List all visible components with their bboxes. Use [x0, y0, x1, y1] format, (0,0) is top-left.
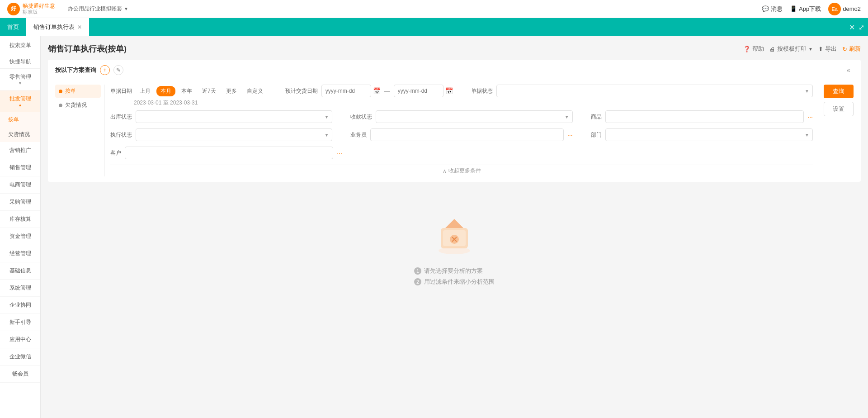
product-select-btn[interactable]: ··· [807, 113, 813, 120]
tip-num-2: 2 [414, 278, 421, 285]
filter-left-nav: 按单 欠货情况 [55, 85, 105, 176]
sidebar-item-label: 销售管理 [9, 164, 31, 171]
sidebar-item-label: 企业协同 [9, 301, 31, 309]
filter-row-4: 客户 ··· [110, 147, 813, 159]
expected-date-from[interactable] [321, 85, 371, 97]
refresh-btn[interactable]: ↻ 刷新 [842, 45, 861, 53]
department-select[interactable] [605, 128, 813, 141]
tab-home[interactable]: 首页 [0, 18, 26, 36]
collapse-left-btn[interactable]: « [844, 65, 854, 75]
order-status-select-wrap: ▼ [496, 85, 813, 97]
sub-nav-shortage[interactable]: 欠货情况 [55, 99, 101, 112]
sidebar-item-wholesale[interactable]: 批发管理 ▲ [0, 90, 40, 112]
sidebar-item-marketing[interactable]: 营销推广 [0, 142, 40, 159]
expected-date-to-wrap: 📅 [394, 85, 453, 97]
add-scheme-btn[interactable]: + [100, 65, 110, 75]
help-btn[interactable]: ❓ 帮助 [743, 45, 764, 53]
expected-date-to[interactable] [394, 85, 443, 97]
empty-icon [432, 214, 477, 260]
sidebar-item-purchase[interactable]: 采购管理 [0, 194, 40, 211]
search-menu-btn[interactable]: 搜索菜单 [4, 40, 37, 51]
date-btn-last-month[interactable]: 上月 [136, 86, 155, 96]
sidebar-item-label: 应用中心 [9, 336, 31, 343]
sidebar-item-operations[interactable]: 经营管理 [0, 245, 40, 262]
logo-area: 好 畅捷通好生意 标准版 [7, 3, 55, 15]
settings-btn[interactable]: 设置 [824, 102, 854, 116]
sidebar-item-ecommerce[interactable]: 电商管理 [0, 176, 40, 194]
filter-field-delivery-status: 出库状态 ▼ [110, 110, 332, 123]
close-tab-btn[interactable]: ✕ [77, 24, 82, 30]
nav-tabs: 首页 销售订单执行表 ✕ ✕ ⤢ [0, 18, 868, 36]
filter-field-order-date: 单据日期 上月 本月 本年 近7天 更多 自定义 [110, 86, 267, 96]
date-btn-this-year[interactable]: 本年 [177, 86, 196, 96]
sidebar-item-sales[interactable]: 销售管理 [0, 159, 40, 176]
customer-select-btn[interactable]: ··· [337, 149, 342, 157]
export-icon: ⬆ [818, 46, 823, 52]
page-title: 销售订单执行表(按单) [48, 43, 127, 54]
sidebar-item-label: 基础信息 [9, 267, 31, 275]
date-btn-this-month[interactable]: 本月 [156, 86, 175, 96]
sidebar-item-member[interactable]: 畅会员 [0, 366, 40, 383]
export-btn[interactable]: ⬆ 导出 [818, 45, 837, 53]
order-status-select[interactable] [496, 85, 813, 97]
calendar-to-icon[interactable]: 📅 [445, 87, 453, 95]
collapse-row[interactable]: ∧ 收起更多条件 [110, 165, 813, 176]
sidebar-search-section: 搜索菜单 [0, 36, 40, 55]
sub-nav-by-order[interactable]: 按单 [55, 85, 101, 98]
search-btn[interactable]: 查询 [824, 85, 854, 98]
sidebar-item-label: 企业微信 [9, 353, 31, 361]
sidebar-submenu: 按单 欠货情况 [0, 112, 40, 142]
sidebar-sub-item-shortage[interactable]: 欠货情况 [0, 127, 40, 142]
customer-input[interactable] [125, 147, 333, 159]
salesperson-select-btn[interactable]: ··· [567, 131, 573, 138]
delivery-status-select[interactable] [136, 110, 332, 123]
receipt-status-select[interactable] [376, 110, 572, 123]
chevron-down-icon: ▼ [124, 6, 128, 11]
sidebar-item-retail[interactable]: 零售管理 ▼ [0, 69, 40, 90]
sidebar-item-label: 经营管理 [9, 250, 31, 257]
sidebar-item-newbie[interactable]: 新手引导 [0, 314, 40, 331]
content-area: 销售订单执行表(按单) ❓ 帮助 🖨 按模板打印 ▼ ⬆ 导出 ↻ 刷新 [41, 36, 868, 418]
message-btn[interactable]: 💬 消息 [762, 5, 783, 13]
chevron-up-icon: ∧ [443, 168, 447, 174]
sidebar-item-enterprise[interactable]: 企业协同 [0, 297, 40, 314]
sidebar-item-inventory[interactable]: 库存核算 [0, 211, 40, 228]
date-btn-more[interactable]: 更多 [222, 86, 241, 96]
filter-panel: 按以下方案查询 + ✎ « 按单 欠货情况 [48, 60, 861, 182]
collapse-label: 收起更多条件 [448, 167, 481, 175]
filter-field-expected-date: 预计交货日期 📅 — 📅 [285, 85, 453, 97]
page-actions: ❓ 帮助 🖨 按模板打印 ▼ ⬆ 导出 ↻ 刷新 [743, 45, 861, 53]
exec-status-select-wrap: ▼ [136, 128, 332, 141]
app-download-btn[interactable]: 📱 App下载 [790, 5, 821, 13]
sidebar-sub-item-by-order[interactable]: 按单 [0, 112, 40, 127]
sidebar-item-wechat[interactable]: 企业微信 [0, 348, 40, 366]
main-layout: 搜索菜单 快捷导航 零售管理 ▼ 批发管理 ▲ 按单 欠货情况 营销推广 [0, 36, 868, 418]
edit-scheme-btn[interactable]: ✎ [113, 65, 123, 75]
sidebar-item-basic[interactable]: 基础信息 [0, 262, 40, 280]
sidebar-item-appstore[interactable]: 应用中心 [0, 331, 40, 348]
sidebar-item-label: 零售管理 [9, 73, 31, 81]
salesperson-input[interactable] [370, 128, 564, 141]
filter-panel-title: 按以下方案查询 [55, 66, 96, 74]
sidebar-item-finance[interactable]: 资金管理 [0, 228, 40, 245]
sidebar-item-label: 营销推广 [9, 147, 31, 154]
filter-date-display-row: 2023-03-01 至 2023-03-31 [110, 99, 813, 107]
quick-nav-btn[interactable]: 快捷导航 [0, 55, 40, 69]
tab-sales-order-exec[interactable]: 销售订单执行表 ✕ [26, 18, 89, 36]
sidebar-item-system[interactable]: 系统管理 [0, 280, 40, 297]
department-select-wrap: ▼ [605, 128, 813, 141]
maximize-btn[interactable]: ⤢ [859, 23, 864, 32]
exec-status-select[interactable] [136, 128, 332, 141]
page-header: 销售订单执行表(按单) ❓ 帮助 🖨 按模板打印 ▼ ⬆ 导出 ↻ 刷新 [48, 43, 861, 54]
template-print-btn[interactable]: 🖨 按模板打印 ▼ [769, 45, 813, 53]
date-btn-custom[interactable]: 自定义 [243, 86, 267, 96]
delivery-status-select-wrap: ▼ [136, 110, 332, 123]
user-btn[interactable]: Ea demo2 [828, 3, 861, 15]
date-btn-7days[interactable]: 近7天 [198, 86, 220, 96]
calendar-from-icon[interactable]: 📅 [373, 87, 381, 95]
close-window-btn[interactable]: ✕ [849, 23, 855, 32]
product-input[interactable] [605, 110, 804, 123]
company-select[interactable]: 办公用品行业模拟账套 ▼ [68, 5, 128, 13]
mobile-icon: 📱 [790, 5, 797, 12]
sidebar-item-label: 采购管理 [9, 198, 31, 206]
